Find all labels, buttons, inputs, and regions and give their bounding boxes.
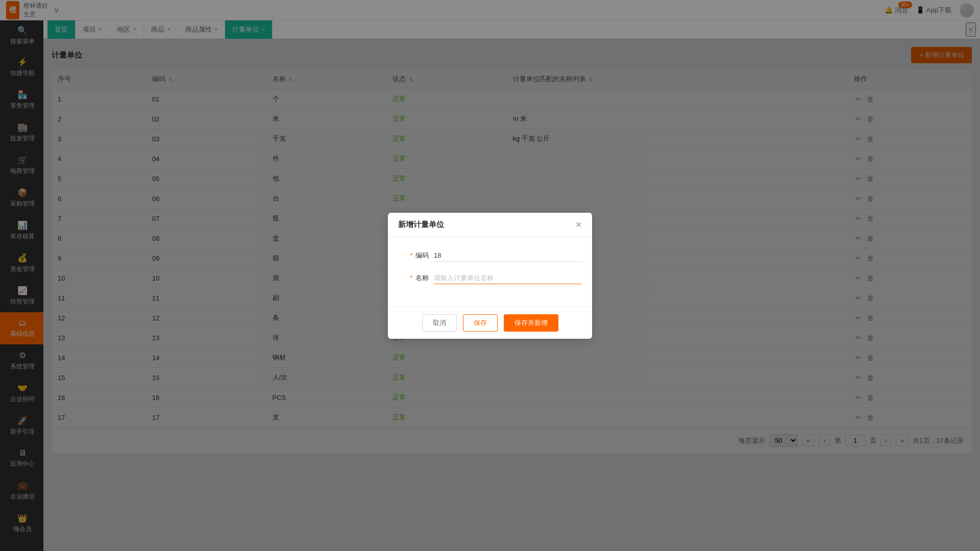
form-row-name: * 名称 [398,272,582,284]
save-and-new-button[interactable]: 保存并新增 [504,314,558,332]
code-label: * 编码 [398,251,429,260]
add-unit-modal: 新增计量单位 ✕ * 编码 * 名称 取消 保存 保存并新增 [388,213,592,339]
modal-overlay: 新增计量单位 ✕ * 编码 * 名称 取消 保存 保存并新增 [0,0,980,551]
cancel-button[interactable]: 取消 [422,314,457,332]
name-label: * 名称 [398,273,429,283]
required-star-code: * [410,252,412,259]
name-input[interactable] [434,272,582,284]
modal-body: * 编码 * 名称 [388,237,592,307]
modal-title: 新增计量单位 [398,220,444,230]
form-row-code: * 编码 [398,249,582,262]
modal-header: 新增计量单位 ✕ [388,213,592,237]
save-button[interactable]: 保存 [463,314,498,332]
modal-footer: 取消 保存 保存并新增 [388,307,592,339]
code-input[interactable] [434,249,582,262]
required-star-name: * [410,274,412,282]
modal-close-button[interactable]: ✕ [575,220,582,230]
